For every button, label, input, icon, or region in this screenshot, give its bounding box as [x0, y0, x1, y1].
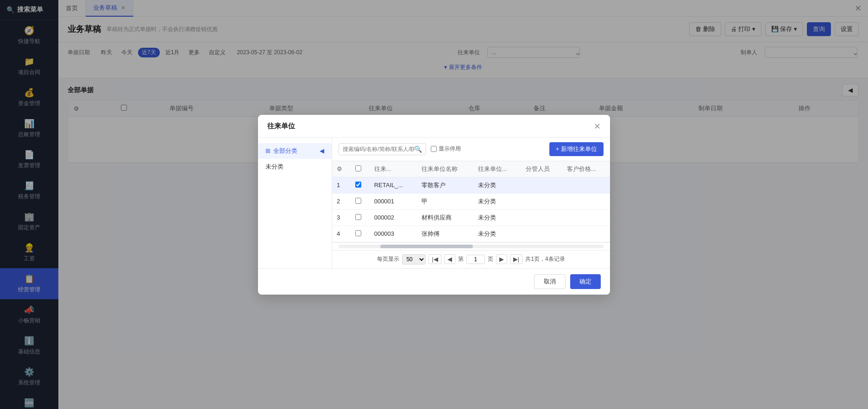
dialog-table-row[interactable]: 2 000001 甲 未分类 — [332, 193, 610, 209]
row-name-1: 甲 — [417, 193, 473, 209]
fake-scrollbar-track — [339, 245, 604, 248]
confirm-button[interactable]: 确定 — [570, 274, 601, 289]
row-check-0[interactable] — [351, 177, 370, 193]
page-number-input[interactable] — [466, 255, 485, 264]
dialog-table-row[interactable]: 3 000002 材料供应商 未分类 — [332, 209, 610, 226]
confirm-label: 确定 — [579, 278, 591, 285]
show-disabled-label[interactable]: 显示停用 — [431, 145, 461, 153]
dialog-table-wrap: ⚙ 往来... 往来单位名称 往来单位... 分管人员 客户价格... 1 — [332, 161, 610, 242]
total-records-label: 共1页，4条记录 — [525, 255, 565, 263]
dialog-sidebar: ⊞ 全部分类 ◀ 未分类 — [258, 138, 332, 268]
collapse-icon[interactable]: ◀ — [320, 147, 324, 154]
col-price: 客户价格... — [562, 161, 610, 177]
first-page-button[interactable]: |◀ — [428, 254, 441, 264]
per-page-label: 每页显示 — [377, 255, 399, 263]
row-price-0 — [562, 177, 610, 193]
row-index-3: 4 — [332, 226, 351, 242]
dialog-sidebar-all[interactable]: ⊞ 全部分类 ◀ — [258, 143, 332, 159]
row-manager-0 — [521, 177, 562, 193]
dialog-body: ⊞ 全部分类 ◀ 未分类 🔍 显示停用 — [258, 138, 610, 268]
row-index-2: 3 — [332, 209, 351, 226]
dialog-pagination: 每页显示 50 100 |◀ ◀ 第 页 ▶ ▶| 共1页，4条记录 — [332, 250, 610, 268]
dialog-select-all[interactable] — [355, 165, 361, 171]
row-name-2: 材料供应商 — [417, 209, 473, 226]
row-category-0: 未分类 — [473, 177, 521, 193]
cancel-label: 取消 — [544, 278, 556, 285]
show-disabled-checkbox[interactable] — [431, 146, 437, 152]
horizontal-scrollbar[interactable] — [332, 242, 610, 250]
row-category-1: 未分类 — [473, 193, 521, 209]
add-button-label: + 新增往来单位 — [556, 145, 597, 152]
row-price-2 — [562, 209, 610, 226]
row-price-1 — [562, 193, 610, 209]
row-category-3: 未分类 — [473, 226, 521, 242]
row-price-3 — [562, 226, 610, 242]
dialog-sidebar-unclassified[interactable]: 未分类 — [258, 159, 332, 175]
row-check-3[interactable] — [351, 226, 370, 242]
dialog-title: 往来单位 — [267, 122, 295, 131]
next-page-button[interactable]: ▶ — [496, 254, 507, 264]
dialog-close-button[interactable]: ✕ — [594, 121, 601, 132]
row-checkbox-3[interactable] — [355, 230, 361, 236]
dialog-actions: 取消 确定 — [258, 268, 610, 295]
grid-icon: ⊞ — [265, 147, 270, 154]
row-manager-2 — [521, 209, 562, 226]
row-manager-3 — [521, 226, 562, 242]
last-page-button[interactable]: ▶| — [510, 254, 522, 264]
fake-scrollbar-thumb[interactable] — [380, 245, 473, 248]
row-name-0: 零散客户 — [417, 177, 473, 193]
search-input-wrap: 🔍 — [339, 143, 426, 155]
page-unit-label: 页 — [488, 255, 493, 263]
add-counterpart-button[interactable]: + 新增往来单位 — [549, 142, 604, 156]
dialog-table-header: ⚙ 往来... 往来单位名称 往来单位... 分管人员 客户价格... — [332, 161, 610, 177]
row-code-0: RETAIL_... — [370, 177, 417, 193]
col-checkbox — [351, 161, 370, 177]
col-name: 往来单位名称 — [417, 161, 473, 177]
row-code-3: 000003 — [370, 226, 417, 242]
row-name-3: 张帅傅 — [417, 226, 473, 242]
row-index-0: 1 — [332, 177, 351, 193]
unclassified-label: 未分类 — [265, 163, 283, 171]
counterpart-dialog: 往来单位 ✕ ⊞ 全部分类 ◀ 未分类 — [258, 115, 610, 295]
search-icon: 🔍 — [414, 145, 422, 153]
row-code-2: 000002 — [370, 209, 417, 226]
counterpart-search-input[interactable] — [343, 146, 414, 152]
dialog-table-row[interactable]: 4 000003 张帅傅 未分类 — [332, 226, 610, 242]
all-category-label: 全部分类 — [273, 147, 297, 155]
row-check-1[interactable] — [351, 193, 370, 209]
dialog-overlay: 往来单位 ✕ ⊞ 全部分类 ◀ 未分类 — [0, 0, 868, 409]
row-checkbox-1[interactable] — [355, 198, 361, 204]
page-label: 第 — [458, 255, 464, 263]
col-manager: 分管人员 — [521, 161, 562, 177]
dialog-table: ⚙ 往来... 往来单位名称 往来单位... 分管人员 客户价格... 1 — [332, 161, 610, 242]
dialog-main: 🔍 显示停用 + 新增往来单位 — [332, 138, 610, 268]
prev-page-button[interactable]: ◀ — [444, 254, 455, 264]
row-code-1: 000001 — [370, 193, 417, 209]
col-category: 往来单位... — [473, 161, 521, 177]
cancel-button[interactable]: 取消 — [534, 274, 566, 289]
per-page-select[interactable]: 50 100 — [402, 254, 426, 264]
row-checkbox-0[interactable] — [355, 182, 361, 188]
row-manager-1 — [521, 193, 562, 209]
dialog-header: 往来单位 ✕ — [258, 115, 610, 138]
dialog-table-row[interactable]: 1 RETAIL_... 零散客户 未分类 — [332, 177, 610, 193]
row-index-1: 2 — [332, 193, 351, 209]
row-checkbox-2[interactable] — [355, 214, 361, 220]
row-category-2: 未分类 — [473, 209, 521, 226]
col-gear: ⚙ — [332, 161, 351, 177]
row-check-2[interactable] — [351, 209, 370, 226]
col-code: 往来... — [370, 161, 417, 177]
dialog-toolbar: 🔍 显示停用 + 新增往来单位 — [332, 138, 610, 161]
